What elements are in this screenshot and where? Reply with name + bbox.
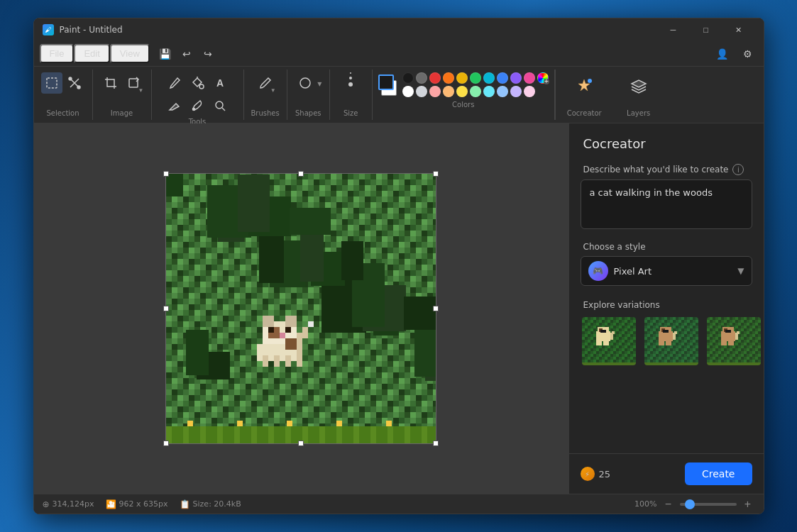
color-lightgray[interactable] <box>416 86 427 97</box>
handle-top-mid[interactable] <box>298 171 304 177</box>
color-lightorange[interactable] <box>443 86 454 97</box>
color-cyan[interactable] <box>483 72 495 84</box>
magnifier-tool[interactable] <box>209 95 231 116</box>
handle-bot-left[interactable] <box>163 440 169 446</box>
handle-mid-left[interactable] <box>163 306 169 311</box>
color-black[interactable] <box>402 72 414 84</box>
color-lightred[interactable] <box>429 86 441 97</box>
zoom-in-button[interactable]: + <box>741 497 755 511</box>
text-tool[interactable]: A <box>209 72 231 94</box>
cocreator-toolbar-button[interactable] <box>570 72 598 101</box>
shape-circle-tool[interactable] <box>295 72 316 94</box>
drawing-canvas[interactable] <box>166 174 436 443</box>
handle-top-right[interactable] <box>433 171 439 177</box>
size-section: Size <box>330 70 373 120</box>
colors-label: Colors <box>378 101 549 109</box>
pencil-tool[interactable] <box>164 72 185 94</box>
color-lightpurple[interactable] <box>510 86 522 97</box>
variation-3[interactable] <box>705 316 762 367</box>
color-lightpink[interactable] <box>524 86 535 97</box>
camera-icon: 🎦 <box>106 499 116 509</box>
info-icon[interactable]: i <box>732 164 744 175</box>
handle-top-left[interactable] <box>163 171 169 177</box>
menu-file[interactable]: File <box>40 44 75 63</box>
svg-rect-3 <box>129 79 138 87</box>
redo-button[interactable]: ↪ <box>198 44 218 64</box>
zoom-out-button[interactable]: − <box>661 497 676 511</box>
layers-toolbar-button[interactable] <box>625 72 653 101</box>
layers-toolbar-section: Layers <box>613 70 664 120</box>
size-text: Size: 20.4kB <box>193 499 241 509</box>
svg-rect-0 <box>47 78 57 88</box>
color-green[interactable] <box>470 72 481 84</box>
handle-mid-right[interactable] <box>433 306 439 311</box>
color-lightcyan[interactable] <box>483 86 495 97</box>
style-dropdown[interactable]: 🎮 Pixel Art ▼ <box>581 256 752 286</box>
svg-point-5 <box>193 109 195 111</box>
layers-toolbar-label: Layers <box>627 109 650 117</box>
maximize-button[interactable]: □ <box>690 18 722 41</box>
size-label: Size <box>343 109 358 117</box>
main-window: 🖌 Paint - Untitled ─ □ ✕ File Edit View … <box>33 18 764 514</box>
image-label: Image <box>111 109 133 117</box>
color-red[interactable] <box>429 72 441 84</box>
color-blue[interactable] <box>497 72 508 84</box>
variation-2[interactable] <box>643 316 700 367</box>
zoom-slider[interactable] <box>680 503 737 506</box>
save-button[interactable]: 💾 <box>155 44 175 64</box>
eraser-tool[interactable] <box>164 95 185 116</box>
toolbar: Selection ▼ Image <box>34 67 764 123</box>
svg-point-8 <box>588 79 592 83</box>
canvas-wrapper <box>165 173 436 444</box>
create-button[interactable]: Create <box>685 462 752 485</box>
color-lightyellow[interactable] <box>456 86 468 97</box>
rotate-tool[interactable]: ▼ <box>123 72 144 94</box>
menu-view[interactable]: View <box>110 44 150 63</box>
size-icon: 📋 <box>180 499 190 509</box>
position-text: 314,124px <box>53 499 94 509</box>
variation-thumb-1 <box>582 317 637 367</box>
minimize-button[interactable]: ─ <box>657 18 690 41</box>
cocreator-panel: Cocreator Describe what you'd like to cr… <box>568 123 764 494</box>
selection-section: Selection <box>34 70 93 120</box>
zoom-level: 100% <box>634 499 656 509</box>
colors-section: Colors <box>373 70 555 120</box>
handle-bot-right[interactable] <box>433 440 439 446</box>
panel-title: Cocreator <box>569 123 764 158</box>
menu-edit[interactable]: Edit <box>74 44 109 63</box>
color-purple[interactable] <box>510 72 522 84</box>
handle-bot-mid[interactable] <box>298 440 304 446</box>
select-resize-tool[interactable] <box>64 72 85 94</box>
close-button[interactable]: ✕ <box>722 18 755 41</box>
canvas-area[interactable] <box>34 123 568 494</box>
position-icon: ⊕ <box>43 499 50 509</box>
settings-button[interactable]: ⚙ <box>738 44 758 64</box>
color-gray[interactable] <box>416 72 427 84</box>
variation-1[interactable] <box>581 316 637 367</box>
camera-item: 🎦 962 x 635px <box>106 499 168 509</box>
user-button[interactable]: 👤 <box>713 44 732 64</box>
menu-right-icons: 👤 ⚙ <box>713 44 758 64</box>
color-yellow[interactable] <box>456 72 468 84</box>
cocreator-toolbar-label: Cocreator <box>567 109 602 117</box>
style-name: Pixel Art <box>614 266 732 277</box>
description-input[interactable] <box>581 179 752 229</box>
select-rect-tool[interactable] <box>41 72 62 94</box>
color-lightblue[interactable] <box>497 86 508 97</box>
menu-bar: File Edit View 💾 ↩ ↪ 👤 ⚙ <box>34 41 764 67</box>
active-color-swatch[interactable] <box>378 74 394 90</box>
cocreator-toolbar-section: Cocreator <box>555 70 613 120</box>
crop-tool[interactable] <box>100 72 121 94</box>
color-pink[interactable] <box>524 72 535 84</box>
color-orange[interactable] <box>443 72 454 84</box>
brush-tool[interactable]: ▼ <box>255 72 276 94</box>
undo-button[interactable]: ↩ <box>177 44 197 64</box>
color-picker-tool[interactable] <box>187 95 208 116</box>
color-lightgreen[interactable] <box>470 86 481 97</box>
selection-label: Selection <box>46 109 79 117</box>
color-white[interactable] <box>402 86 414 97</box>
fill-tool[interactable] <box>187 72 208 94</box>
color-custom[interactable] <box>537 72 549 84</box>
shapes-label: Shapes <box>295 109 321 117</box>
window-controls: ─ □ ✕ <box>657 18 755 41</box>
